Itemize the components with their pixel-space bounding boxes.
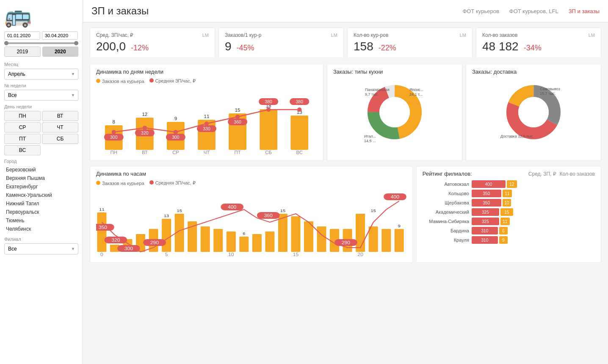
table-row: Кольцово 350 11 [423,190,595,197]
ranking-name: Академический [423,210,469,215]
city-label: Город [4,159,78,164]
svg-text:11: 11 [204,114,210,119]
svg-point-20 [174,130,178,134]
hours-chart-card: Динамика по часам Заказов на курьера Сре… [90,166,413,263]
salary-bar: 325 [472,218,499,225]
week-select[interactable]: Все [4,90,78,101]
delivery-donut-card: Заказы: доставка Самовывоз 1 [466,64,601,161]
city-pervouralsk[interactable]: Первоуральск [4,208,78,216]
date-slider[interactable] [4,42,78,44]
bottom-row: Динамика по часам Заказов на курьера Сре… [90,166,601,263]
week-label: № недели [4,83,78,88]
svg-text:320: 320 [111,238,120,243]
nav-zp-orders[interactable]: ЗП и заказы [569,8,600,14]
filial-select[interactable]: Все [4,243,78,254]
year-2019-button[interactable]: 2019 [4,47,41,57]
svg-text:ВС: ВС [296,150,303,155]
city-kamensk[interactable]: Каменск-Уральский [4,191,78,199]
ranking-name: Кольцово [423,191,469,196]
kitchen-donut-card: Заказы: типы кухни [327,64,462,161]
weekday-chart-svg: 8 12 9 11 15 18 13 300 [96,86,317,156]
logo-area: 🚌 [4,4,78,26]
svg-text:14,5 ...: 14,5 ... [364,139,376,143]
bus-logo: 🚌 [4,4,32,26]
svg-text:300: 300 [110,135,118,140]
kpi-couriers-title: Кол-во кур-ров [354,32,388,38]
year-buttons: 2019 2020 [4,47,78,57]
year-2020-button[interactable]: 2020 [42,47,79,57]
orders-bar: 6 [499,227,508,234]
weekday-pt[interactable]: ПТ [4,134,41,144]
weekday-cht[interactable]: ЧТ [42,122,78,132]
table-row: Академический 325 15 [423,208,595,216]
weekday-sb[interactable]: СБ [42,134,78,144]
ranking-name: Автовокзал [423,182,469,187]
svg-text:ВТ: ВТ [142,150,148,155]
kpi-couriers-value: 158 [354,40,373,53]
svg-text:13: 13 [164,214,169,218]
svg-text:15,7 тыс.: 15,7 тыс. [540,91,556,96]
ranking-col-orders: Кол-во заказов [560,171,595,177]
month-label: Месяц [4,62,78,67]
ranking-name: Мамина-Сибиряка [423,219,469,224]
date-range [4,31,78,40]
weekday-chart-card: Динамика по дням недели Заказов на курье… [90,64,323,161]
kpi-row: Сред. ЗП/час, ₽ LM 200,0 -12% Заказов/1 … [90,28,601,58]
hours-chart-svg: 11 13 15 6 15 15 9 [96,188,406,258]
svg-rect-69 [201,226,210,252]
svg-text:0: 0 [100,252,103,257]
svg-text:300: 300 [124,246,133,251]
weekday-vs[interactable]: ВС [4,145,41,155]
kpi-salary-value: 200,0 [96,40,126,53]
charts-row-1: Динамика по дням недели Заказов на курье… [90,64,601,161]
svg-text:290: 290 [150,240,159,245]
month-select[interactable]: Апрель [4,69,78,80]
orders-bar: 10 [503,199,511,207]
main-content: Сред. ЗП/час, ₽ LM 200,0 -12% Заказов/1 … [83,22,608,364]
svg-point-32 [297,108,301,112]
weekday-pn[interactable]: ПН [4,111,41,121]
svg-text:10: 10 [228,252,234,257]
table-row: Крауля 310 9 [423,236,595,244]
weekday-vt[interactable]: ВТ [42,111,78,121]
city-nizhny-tagil[interactable]: Нижний Тагил [4,199,78,208]
kpi-salary: Сред. ЗП/час, ₽ LM 200,0 -12% [90,28,215,58]
svg-point-29 [266,108,271,112]
table-row: Бардина 310 6 [423,227,595,234]
kpi-couriers-delta: -22% [379,44,396,52]
orders-bar: 15 [500,208,513,216]
svg-rect-82 [369,226,378,252]
nav-fot-lfl[interactable]: ФОТ курьеров, LFL [509,8,558,14]
weekday-sr[interactable]: СР [4,122,41,132]
svg-rect-68 [188,221,197,252]
svg-text:330: 330 [203,127,210,131]
svg-text:24,1 т...: 24,1 т... [409,92,423,97]
city-verkhnyaya-pyshma[interactable]: Верхняя Пышма [4,174,78,182]
date-from-input[interactable] [4,31,40,40]
date-to-input[interactable] [42,31,78,40]
svg-rect-74 [265,232,274,252]
city-tyumen[interactable]: Тюмень [4,216,78,225]
svg-rect-70 [213,229,223,252]
kpi-orders-courier-value: 9 [225,40,232,53]
svg-rect-71 [227,232,236,252]
header: ЗП и заказы ФОТ курьеров ФОТ курьеров, L… [83,0,608,22]
svg-text:15: 15 [280,209,286,213]
kpi-orders-courier-delta: -45% [237,44,254,52]
svg-text:ЧТ: ЧТ [204,150,210,155]
city-ekaterinburg[interactable]: Екатеринбург [4,182,78,191]
svg-text:20: 20 [357,252,363,257]
svg-point-26 [235,115,240,119]
kpi-total-orders-delta: -34% [524,44,542,52]
orders-bar: 11 [500,218,510,225]
nav-fot-couriers[interactable]: ФОТ курьеров [462,8,499,14]
kpi-salary-delta: -12% [131,44,149,52]
city-berezovsky[interactable]: Березовский [4,165,78,174]
svg-text:15: 15 [177,209,182,213]
svg-text:Японс...: Японс... [409,88,423,92]
table-row: Мамина-Сибиряка 325 11 [423,218,595,225]
svg-rect-5 [260,109,277,150]
city-chelyabinsk[interactable]: Челябинск [4,225,78,233]
svg-text:9,7 тыс.: 9,7 тыс. [365,92,379,97]
svg-text:Доставка 32,5 тыс.: Доставка 32,5 тыс. [500,134,534,138]
